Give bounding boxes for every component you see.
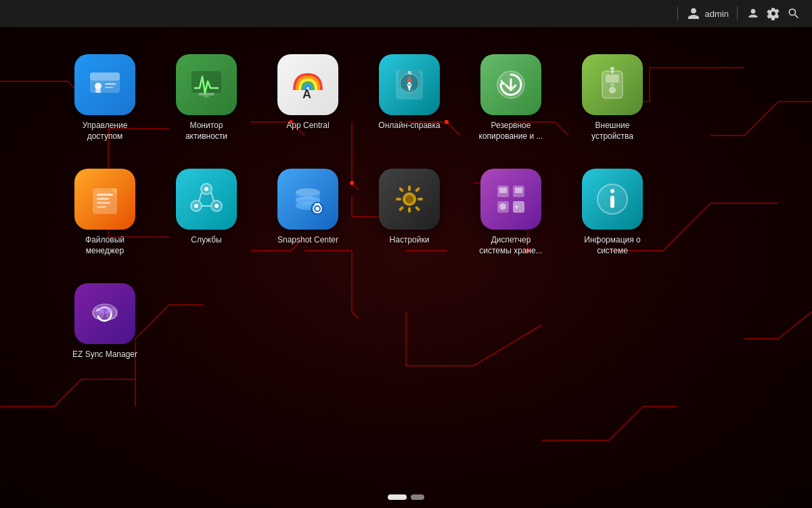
profile-icon[interactable] bbox=[746, 6, 761, 21]
app-label-activity-monitor: Мониторактивности bbox=[185, 121, 227, 142]
svg-rect-8 bbox=[95, 89, 101, 93]
app-item-app-central[interactable]: A App Central bbox=[271, 54, 345, 131]
app-icon-backup bbox=[480, 54, 541, 115]
svg-point-83 bbox=[106, 308, 113, 314]
svg-rect-30 bbox=[610, 67, 614, 70]
page-dot-1[interactable] bbox=[388, 494, 407, 500]
svg-rect-12 bbox=[198, 93, 215, 96]
svg-point-72 bbox=[499, 203, 506, 210]
svg-rect-13 bbox=[204, 96, 209, 98]
username-label: admin bbox=[705, 9, 729, 19]
svg-rect-10 bbox=[105, 87, 113, 88]
svg-rect-61 bbox=[418, 198, 423, 200]
app-icon-external-devices bbox=[582, 54, 643, 115]
svg-point-57 bbox=[405, 195, 413, 203]
svg-rect-33 bbox=[97, 198, 109, 200]
app-icon-activity-monitor bbox=[176, 54, 237, 115]
svg-text:A: A bbox=[302, 87, 311, 101]
app-label-access-control: Управлениедоступом bbox=[83, 121, 128, 142]
svg-rect-59 bbox=[408, 207, 411, 213]
app-label-services: Службы bbox=[191, 235, 221, 246]
app-icon-online-help: N bbox=[379, 54, 440, 115]
svg-point-27 bbox=[609, 87, 616, 93]
app-item-snapshot-center[interactable]: Snapshot Center bbox=[271, 169, 345, 246]
page-indicator bbox=[388, 494, 424, 500]
app-label-storage-manager: Диспетчерсистемы хране... bbox=[479, 235, 543, 256]
app-row-2: Файловыйменеджер bbox=[68, 169, 650, 256]
app-item-external-devices[interactable]: Внешниеустройства bbox=[575, 54, 650, 142]
svg-line-42 bbox=[211, 192, 214, 201]
svg-text:N: N bbox=[408, 70, 411, 75]
app-label-online-help: Онлайн-справка bbox=[378, 121, 440, 131]
svg-rect-58 bbox=[408, 186, 411, 191]
svg-rect-34 bbox=[97, 202, 110, 204]
app-item-ez-sync[interactable]: EZ Sync Manager bbox=[68, 283, 142, 360]
user-icon[interactable] bbox=[686, 6, 701, 21]
svg-rect-32 bbox=[97, 194, 113, 196]
svg-rect-6 bbox=[90, 72, 120, 81]
svg-line-41 bbox=[199, 192, 202, 201]
app-row-1: Управлениедоступом Мониторактивности bbox=[68, 54, 650, 142]
svg-point-20 bbox=[408, 82, 411, 85]
svg-rect-28 bbox=[610, 83, 614, 86]
app-item-system-info[interactable]: Информация осистеме bbox=[575, 169, 650, 256]
svg-rect-26 bbox=[606, 75, 619, 83]
settings-icon[interactable] bbox=[766, 6, 781, 21]
app-item-backup[interactable]: Резервноекопирование и ... bbox=[474, 54, 548, 142]
svg-rect-76 bbox=[610, 196, 614, 208]
app-icon-app-central: A bbox=[277, 54, 338, 115]
app-icon-access-control bbox=[74, 54, 135, 115]
svg-point-44 bbox=[204, 187, 208, 191]
app-icon-services bbox=[176, 169, 237, 230]
page-dot-2[interactable] bbox=[411, 494, 424, 500]
svg-rect-9 bbox=[105, 83, 116, 85]
svg-point-82 bbox=[97, 308, 104, 314]
svg-rect-60 bbox=[396, 198, 401, 200]
app-label-file-manager: Файловыйменеджер bbox=[85, 235, 125, 256]
svg-point-7 bbox=[95, 83, 102, 89]
search-icon[interactable] bbox=[786, 6, 801, 21]
app-label-external-devices: Внешниеустройства bbox=[591, 121, 633, 142]
app-label-app-central: App Central bbox=[286, 121, 329, 131]
svg-text:+: + bbox=[514, 203, 519, 212]
app-label-backup: Резервноекопирование и ... bbox=[479, 121, 543, 142]
app-icon-file-manager bbox=[74, 169, 135, 230]
app-label-ez-sync: EZ Sync Manager bbox=[72, 350, 137, 360]
topbar-separator-2 bbox=[737, 7, 738, 20]
app-item-activity-monitor[interactable]: Мониторактивности bbox=[169, 54, 244, 142]
svg-point-75 bbox=[610, 189, 614, 193]
app-item-storage-manager[interactable]: + Диспетчерсистемы хране... bbox=[474, 169, 548, 256]
app-icon-snapshot-center bbox=[277, 169, 338, 230]
svg-rect-64 bbox=[399, 206, 404, 211]
svg-rect-62 bbox=[399, 187, 404, 192]
app-icon-system-info bbox=[582, 169, 643, 230]
app-row-3: EZ Sync Manager bbox=[68, 283, 142, 360]
svg-point-46 bbox=[215, 204, 219, 208]
app-item-settings[interactable]: Настройки bbox=[372, 169, 447, 246]
svg-rect-70 bbox=[499, 188, 507, 193]
app-item-online-help[interactable]: N Онлайн-справка bbox=[372, 54, 447, 131]
app-icon-settings bbox=[379, 169, 440, 230]
svg-rect-63 bbox=[415, 206, 420, 211]
app-label-settings: Настройки bbox=[390, 235, 430, 246]
svg-rect-71 bbox=[515, 188, 522, 193]
app-label-system-info: Информация осистеме bbox=[584, 235, 640, 256]
app-item-file-manager[interactable]: Файловыйменеджер bbox=[68, 169, 142, 256]
app-item-services[interactable]: Службы bbox=[169, 169, 244, 246]
svg-point-54 bbox=[315, 207, 319, 211]
svg-rect-35 bbox=[97, 206, 106, 208]
svg-point-4 bbox=[751, 9, 756, 14]
app-icon-ez-sync bbox=[74, 283, 135, 344]
app-item-access-control[interactable]: Управлениедоступом bbox=[68, 54, 142, 142]
svg-rect-55 bbox=[315, 203, 320, 205]
app-icon-storage-manager: + bbox=[480, 169, 541, 230]
svg-rect-65 bbox=[415, 187, 420, 192]
svg-point-45 bbox=[194, 204, 198, 208]
topbar-separator-1 bbox=[677, 7, 678, 20]
topbar: admin bbox=[0, 0, 812, 27]
topbar-user: admin bbox=[686, 6, 729, 21]
app-label-snapshot-center: Snapshot Center bbox=[277, 235, 338, 246]
app-grid: Управлениедоступом Мониторактивности bbox=[0, 41, 812, 481]
